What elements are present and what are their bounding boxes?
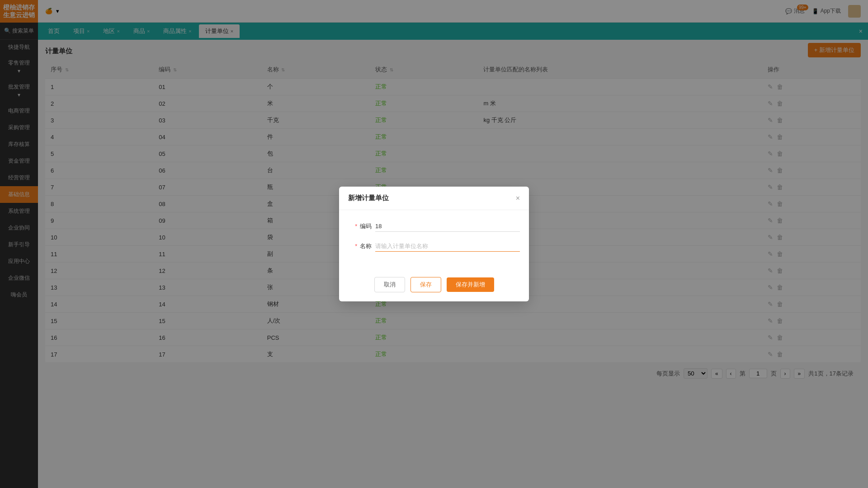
modal-overlay[interactable]: 新增计量单位 × * 编码 * 名称 取消 保存 保存并新增 xyxy=(0,0,868,488)
modal-close-button[interactable]: × xyxy=(516,194,520,202)
code-label: * 编码 xyxy=(348,222,375,230)
required-mark-name: * xyxy=(355,243,357,249)
form-item-code: * 编码 xyxy=(348,221,520,232)
modal-body: * 编码 * 名称 xyxy=(339,210,529,272)
save-button[interactable]: 保存 xyxy=(410,277,441,292)
code-input[interactable] xyxy=(375,221,520,232)
required-mark-code: * xyxy=(355,223,357,230)
cancel-button[interactable]: 取消 xyxy=(374,277,405,292)
add-unit-modal: 新增计量单位 × * 编码 * 名称 取消 保存 保存并新增 xyxy=(339,187,529,301)
modal-footer: 取消 保存 保存并新增 xyxy=(339,272,529,301)
modal-header: 新增计量单位 × xyxy=(339,187,529,210)
name-input[interactable] xyxy=(375,241,520,252)
form-item-name: * 名称 xyxy=(348,241,520,252)
name-label: * 名称 xyxy=(348,242,375,250)
modal-title: 新增计量单位 xyxy=(348,194,389,202)
save-and-new-button[interactable]: 保存并新增 xyxy=(447,277,494,292)
